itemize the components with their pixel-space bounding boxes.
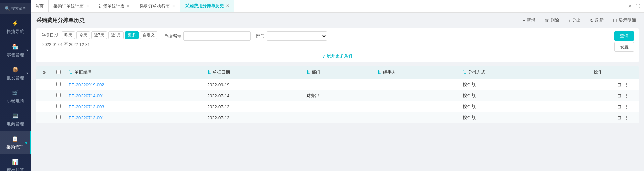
dept-select[interactable]: 财务部 — [267, 31, 327, 41]
row-settings-0 — [36, 79, 52, 90]
filter-date-range: 2022-01-01 至 2022-12-31 — [41, 42, 157, 48]
row-handler-1 — [373, 90, 459, 101]
btn-yesterday[interactable]: 昨天 — [62, 31, 75, 39]
btn-more[interactable]: 更多 — [125, 31, 139, 39]
row-doc-num-2: PE-20220713-003 — [65, 101, 203, 112]
tab-purchase-order-exec[interactable]: 采购订单执行表 ✕ — [135, 0, 180, 12]
sidebar-item-retail[interactable]: 🏪 零售管理 ▾ — [0, 38, 31, 61]
filter-right: 单据编号 部门 财务部 — [164, 31, 608, 41]
row-dept-3 — [302, 112, 373, 123]
handler-sort-icon: ⇅ — [377, 70, 381, 75]
row-view-icon-0[interactable]: ⊟ — [617, 82, 621, 87]
row-doc-date-1: 2022-07-14 — [203, 90, 302, 101]
doc-num-label: 单据编号 — [164, 33, 181, 39]
ecom-icon: 💻 — [11, 111, 20, 120]
col-doc-date-header: ⇅ 单据日期 — [203, 66, 302, 79]
table-row: PE-20220713-003 2022-07-13 按金额 ⊟ ⋮⋮ — [36, 101, 639, 112]
row-view-icon-1[interactable]: ⊟ — [617, 93, 621, 98]
table-row: PE-20220919-002 2022-09-19 按金额 ⊟ ⋮⋮ — [36, 79, 639, 90]
tab-home[interactable]: 首页 — [35, 0, 49, 12]
sidebar-purchase-label: 采购管理 — [6, 144, 24, 150]
row-more-icon-3[interactable]: ⋮⋮ — [624, 115, 633, 120]
btn-1month[interactable]: 近1月 — [108, 31, 124, 39]
row-settings-2 — [36, 101, 52, 112]
search-icon: 🔍 — [5, 6, 10, 11]
tab-purchase-order-stat[interactable]: 采购订单统计表 ✕ — [49, 0, 94, 12]
row-view-icon-3[interactable]: ⊟ — [617, 115, 621, 120]
tab-purchase-cost-split[interactable]: 采购费用分摊单历史 ✕ — [180, 0, 234, 12]
table-header-row: ⚙ ⇅ 单据编号 ⇅ 单据日期 — [36, 66, 639, 79]
sidebar-item-small-ecom[interactable]: 🛒 小畅电商 — [0, 84, 31, 107]
tab-incoming-stat[interactable]: 进货单统计表 ✕ — [94, 0, 135, 12]
row-dept-1: 财务部 — [302, 90, 373, 101]
add-label: 新增 — [527, 17, 535, 23]
btn-custom[interactable]: 自定义 — [140, 31, 157, 39]
doc-date-sort-icon: ⇅ — [207, 70, 211, 75]
col-split-method-label: 分摊方式 — [468, 70, 485, 75]
date-range-text: 2022-01-01 至 2022-12-31 — [42, 42, 90, 47]
col-dept-label: 部门 — [312, 70, 320, 75]
sidebar-search-label: 搜索菜单 — [11, 6, 26, 11]
sidebar-item-inventory[interactable]: 📊 库存核算 — [0, 154, 31, 171]
col-doc-date-label: 单据日期 — [213, 70, 230, 75]
tab-purchase-cost-split-close[interactable]: ✕ — [226, 4, 229, 8]
expand-more-btn[interactable]: ∨ 展开更多条件 — [322, 53, 353, 59]
row-settings-1 — [36, 90, 52, 101]
export-button[interactable]: ↑ 导出 — [566, 16, 584, 25]
tab-purchase-order-stat-close[interactable]: ✕ — [86, 4, 89, 8]
data-table: ⚙ ⇅ 单据编号 ⇅ 单据日期 — [36, 66, 639, 123]
tab-purchase-order-stat-label: 采购订单统计表 — [53, 3, 84, 9]
filter-left: 单据日期 昨天 今天 近7天 近1月 更多 自定义 2022-01-01 至 2… — [41, 31, 157, 48]
sidebar-item-search[interactable]: 🔍 搜索菜单 — [0, 3, 31, 14]
doc-num-link-2[interactable]: PE-20220713-003 — [69, 104, 104, 109]
display-detail-button[interactable]: ☐ 显示明细 — [610, 16, 639, 25]
row-more-icon-0[interactable]: ⋮⋮ — [624, 82, 633, 87]
settings-button[interactable]: 设置 — [614, 42, 634, 52]
row-checkbox-2[interactable] — [56, 104, 61, 108]
table-row: PE-20220714-001 2022-07-14 财务部 按金额 ⊟ ⋮⋮ — [36, 90, 639, 101]
row-doc-date-0: 2022-09-19 — [203, 79, 302, 90]
delete-button[interactable]: 🗑 删除 — [542, 16, 562, 25]
btn-7days[interactable]: 近7天 — [91, 31, 107, 39]
expand-more-label: 展开更多条件 — [327, 53, 353, 59]
filter-area: 单据日期 昨天 今天 近7天 近1月 更多 自定义 2022-01-01 至 2… — [36, 28, 639, 62]
btn-today[interactable]: 今天 — [76, 31, 90, 39]
search-button[interactable]: 查询 — [614, 31, 634, 41]
row-checkbox-0[interactable] — [56, 82, 61, 86]
sidebar-quick-nav-label: 快捷导航 — [7, 29, 24, 35]
retail-arrow-icon: ▾ — [26, 48, 28, 52]
row-doc-num-0: PE-20220919-002 — [65, 79, 203, 90]
add-button[interactable]: + 新增 — [520, 16, 538, 25]
purchase-arrow-icon: ◀ — [24, 140, 27, 144]
sidebar-item-ecom[interactable]: 💻 电商管理 — [0, 107, 31, 131]
doc-num-sort-icon: ⇅ — [69, 70, 72, 75]
row-view-icon-2[interactable]: ⊟ — [617, 104, 621, 109]
close-window-icon[interactable]: ✕ — [628, 4, 632, 9]
refresh-button[interactable]: ↻ 刷新 — [587, 16, 606, 25]
tab-incoming-stat-close[interactable]: ✕ — [127, 4, 130, 8]
tab-purchase-cost-split-label: 采购费用分摊单历史 — [185, 3, 224, 9]
doc-num-link-3[interactable]: PE-20220713-001 — [69, 115, 104, 120]
row-checkbox-3[interactable] — [56, 115, 61, 119]
row-more-icon-1[interactable]: ⋮⋮ — [624, 93, 633, 98]
sidebar-item-purchase[interactable]: 📋 采购管理 ◀ — [0, 131, 31, 154]
row-handler-0 — [373, 79, 459, 90]
select-all-checkbox[interactable] — [56, 70, 61, 74]
filter-expand-row: ∨ 展开更多条件 — [41, 52, 634, 59]
page-title: 采购费用分摊单历史 — [36, 17, 520, 24]
main-area: 首页 采购订单统计表 ✕ 进货单统计表 ✕ 采购订单执行表 ✕ 采购费用分摊单历… — [31, 0, 644, 171]
sidebar-item-wholesale[interactable]: 📦 批发管理 ▾ — [0, 61, 31, 84]
table-settings-icon[interactable]: ⚙ — [40, 68, 48, 76]
row-action-1: ⊟ ⋮⋮ — [557, 90, 639, 101]
doc-num-link-0[interactable]: PE-20220919-002 — [69, 82, 104, 87]
filter-date-btns: 昨天 今天 近7天 近1月 更多 自定义 — [62, 31, 157, 39]
row-more-icon-2[interactable]: ⋮⋮ — [624, 104, 633, 109]
fullscreen-icon[interactable]: ⛶ — [635, 4, 640, 9]
doc-num-input[interactable] — [183, 31, 251, 41]
doc-num-link-1[interactable]: PE-20220714-001 — [69, 93, 104, 98]
sidebar-item-quick-nav[interactable]: ⚡ 快捷导航 — [0, 15, 31, 38]
tab-purchase-order-exec-close[interactable]: ✕ — [172, 4, 175, 8]
checkbox-detail-icon: ☐ — [613, 18, 617, 23]
row-checkbox-1[interactable] — [56, 93, 61, 97]
row-split-method-2: 按金额 — [459, 101, 557, 112]
